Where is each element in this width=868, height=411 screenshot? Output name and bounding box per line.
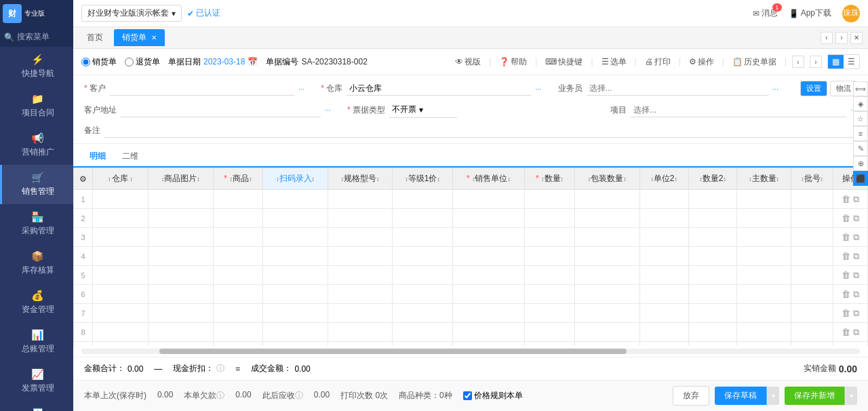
settings-button[interactable]: 设置 [800, 81, 827, 96]
row-spec[interactable] [328, 190, 393, 209]
price-rule-checkbox[interactable] [463, 391, 472, 400]
toolbar-shortcut-btn[interactable]: ⌨ 快捷键 [542, 55, 585, 69]
right-btn-5[interactable]: ✎ [853, 141, 868, 156]
row-qty[interactable] [525, 342, 575, 347]
radio-sales-input[interactable] [81, 58, 90, 66]
row-price1[interactable] [393, 190, 452, 209]
row-price1[interactable] [393, 247, 452, 266]
row-qty[interactable] [525, 228, 575, 247]
row-pack-qty[interactable] [574, 304, 639, 323]
row-product[interactable] [213, 285, 263, 304]
row-product-img[interactable] [148, 304, 213, 323]
abandon-button[interactable]: 放弃 [673, 386, 709, 406]
row-warehouse[interactable] [93, 342, 149, 347]
ticket-select[interactable]: 不开票 ▾ [389, 102, 457, 118]
row-pack-qty[interactable] [574, 285, 639, 304]
row-qty2[interactable] [688, 323, 737, 342]
copy-icon[interactable]: ⧉ [853, 289, 859, 300]
row-product-img[interactable] [148, 209, 213, 228]
row-sales-unit[interactable] [452, 304, 525, 323]
address-input[interactable] [121, 103, 321, 117]
row-main-qty[interactable] [737, 342, 791, 347]
row-qty[interactable] [525, 209, 575, 228]
delete-icon[interactable]: 🗑 [842, 251, 850, 261]
col-spec[interactable]: ↕规格型号↕ [328, 168, 393, 190]
sidebar-item-funds[interactable]: 💰 资金管理 [0, 283, 73, 322]
user-menu[interactable]: 珠珠 [842, 5, 860, 22]
row-product[interactable] [213, 209, 263, 228]
sidebar-item-sales[interactable]: 🛒 销售管理 [0, 165, 73, 204]
row-spec[interactable] [328, 266, 393, 285]
row-product-img[interactable] [148, 323, 213, 342]
calendar-icon[interactable]: 📅 [248, 57, 258, 66]
row-pack-qty[interactable] [574, 209, 639, 228]
row-batch[interactable] [791, 190, 833, 209]
row-unit2[interactable] [639, 304, 688, 323]
row-pack-qty[interactable] [574, 266, 639, 285]
tab-prev-btn[interactable]: ‹ [821, 32, 833, 44]
copy-icon[interactable]: ⧉ [853, 327, 859, 338]
delete-icon[interactable]: 🗑 [842, 213, 850, 223]
row-product-img[interactable] [148, 342, 213, 347]
row-batch[interactable] [791, 209, 833, 228]
row-warehouse[interactable] [93, 190, 149, 209]
row-qty2[interactable] [688, 304, 737, 323]
row-warehouse[interactable] [93, 228, 149, 247]
row-spec[interactable] [328, 247, 393, 266]
row-main-qty[interactable] [737, 209, 791, 228]
row-sales-unit[interactable] [452, 266, 525, 285]
row-qty2[interactable] [688, 228, 737, 247]
right-btn-7[interactable]: ⬛ [853, 171, 868, 186]
sidebar-item-accounting[interactable]: 📊 总账管理 [0, 322, 73, 361]
row-main-qty[interactable] [737, 190, 791, 209]
row-batch[interactable] [791, 228, 833, 247]
row-scan-input[interactable] [263, 342, 328, 347]
row-warehouse[interactable] [93, 247, 149, 266]
row-product[interactable] [213, 342, 263, 347]
agent-ellipsis-btn[interactable]: ··· [772, 85, 778, 93]
row-warehouse[interactable] [93, 209, 149, 228]
radio-return-order[interactable]: 退货单 [125, 56, 160, 68]
row-unit2[interactable] [639, 247, 688, 266]
row-qty[interactable] [525, 304, 575, 323]
copy-icon[interactable]: ⧉ [853, 251, 859, 262]
row-product-img[interactable] [148, 266, 213, 285]
row-qty[interactable] [525, 247, 575, 266]
app-download-button[interactable]: 📱 App下载 [789, 7, 831, 19]
row-spec[interactable] [328, 285, 393, 304]
row-product[interactable] [213, 228, 263, 247]
right-btn-2[interactable]: ◈ [853, 96, 868, 111]
radio-sales-order[interactable]: 销货单 [81, 56, 117, 68]
col-batch[interactable]: ↕批号↕ [791, 168, 833, 190]
row-qty2[interactable] [688, 266, 737, 285]
tab-sales-order[interactable]: 销货单 ✕ [114, 29, 165, 46]
row-sales-unit[interactable] [452, 228, 525, 247]
company-selector[interactable]: 好业财专业版演示帐套 ▾ [81, 5, 182, 22]
sidebar-item-reports[interactable]: 📈 发票管理 [0, 361, 73, 401]
row-sales-unit[interactable] [452, 285, 525, 304]
save-new-button[interactable]: 保存并新增 [785, 387, 845, 405]
col-warehouse[interactable]: ↕仓库↕ [93, 168, 149, 190]
row-product[interactable] [213, 266, 263, 285]
row-scan-input[interactable] [263, 304, 328, 323]
row-product[interactable] [213, 190, 263, 209]
row-product-img[interactable] [148, 228, 213, 247]
toolbar-ops-btn[interactable]: ⚙ 操作 [686, 55, 717, 69]
toolbar-print-btn[interactable]: 🖨 打印 [642, 55, 673, 69]
row-unit2[interactable] [639, 228, 688, 247]
sidebar-item-marketing[interactable]: 📢 营销推广 [0, 125, 73, 165]
row-spec[interactable] [328, 209, 393, 228]
sidebar-item-tax[interactable]: 🧾 税务管理 [0, 401, 73, 411]
row-main-qty[interactable] [737, 247, 791, 266]
row-warehouse[interactable] [93, 266, 149, 285]
tab-2d[interactable]: 二维 [114, 146, 146, 166]
grid-view-btn[interactable]: ▦ [828, 55, 844, 68]
row-batch[interactable] [791, 323, 833, 342]
list-view-btn[interactable]: ☰ [844, 55, 859, 68]
row-sales-unit[interactable] [452, 247, 525, 266]
row-spec[interactable] [328, 304, 393, 323]
row-price1[interactable] [393, 304, 452, 323]
row-product-img[interactable] [148, 247, 213, 266]
col-gear[interactable]: ⚙ [74, 168, 93, 190]
header-next-btn[interactable]: › [810, 56, 822, 68]
